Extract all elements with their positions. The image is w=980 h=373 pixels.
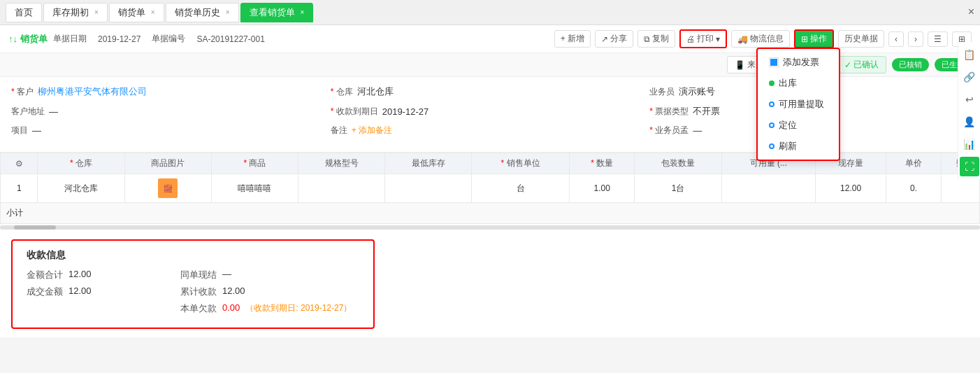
sidebar-icon-expand[interactable]: ⛶ <box>960 157 979 176</box>
row-product-img: 🧱 <box>124 174 211 203</box>
history-button[interactable]: 历史单据 <box>838 30 884 48</box>
dropdown-outbound[interactable]: 出库 <box>758 73 839 94</box>
outstanding-item: 本单欠款 0.00 （收款到期日: 2019-12-27） <box>180 302 352 315</box>
customer-field: 客户 柳州粤港平安气体有限公司 <box>11 85 319 98</box>
circle-icon <box>769 101 774 107</box>
sidebar-icon-4[interactable]: 👤 <box>960 112 979 132</box>
operate-button[interactable]: ⊞ 操作 <box>794 29 834 48</box>
deal-amount-label: 成交金额 <box>27 286 63 298</box>
col-pkg-qty: 包装数量 <box>635 153 721 174</box>
row-product-name: 嘻嘻嘻嘻 <box>211 174 298 203</box>
next-button[interactable]: › <box>908 31 923 47</box>
payment-date-label: 收款到期日 <box>331 106 378 118</box>
print-button[interactable]: 🖨 打印 ▾ <box>679 29 727 48</box>
col-unit: * 销售单位 <box>472 153 569 174</box>
ticket-type-label: 票据类型 <box>649 106 689 118</box>
tab-sales-history[interactable]: 销货单历史 × <box>166 3 239 22</box>
subtotal-label: 小计 <box>1 203 980 224</box>
doc-type-text: 销货单 <box>20 33 48 45</box>
col-gear[interactable]: ⚙ <box>1 153 38 174</box>
project-label: 项目 <box>11 125 28 136</box>
product-table-wrapper: ⚙ * 仓库 商品图片 * 商品 规格型号 最低库存 * 销售单位 * 数量 包… <box>0 153 980 231</box>
subtotal-row: 小计 <box>1 203 980 224</box>
row-stock: 12.00 <box>816 174 886 203</box>
outstanding-extra: （收款到期日: 2019-12-27） <box>245 302 352 315</box>
dropdown-arrow-icon: ▾ <box>716 34 720 44</box>
bottom-section: 收款信息 金额合计 12.00 同单现结 — 成交金额 12.00 累计收款 <box>0 231 980 337</box>
new-button[interactable]: + 新增 <box>554 30 591 48</box>
list-view-button[interactable]: ☰ <box>928 31 948 47</box>
doc-info: 单据日期 2019-12-27 单据编号 SA-20191227-001 <box>53 33 271 45</box>
product-table: ⚙ * 仓库 商品图片 * 商品 规格型号 最低库存 * 销售单位 * 数量 包… <box>0 153 980 224</box>
truck-icon: 🚚 <box>737 34 748 44</box>
same-order-settlement-value: — <box>222 269 231 281</box>
deal-amount-item: 成交金额 12.00 <box>27 286 152 298</box>
sidebar-icon-3[interactable]: ↩ <box>960 90 979 109</box>
date-value: 2019-12-27 <box>98 34 140 44</box>
row-spec <box>298 174 385 203</box>
dropdown-add-invoice[interactable]: 添加发票 <box>758 52 839 73</box>
close-icon[interactable]: × <box>226 8 230 16</box>
col-qty: * 数量 <box>569 153 635 174</box>
operate-dropdown: 添加发票 出库 可用量提取 定位 刷新 <box>756 48 840 161</box>
close-icon[interactable]: × <box>151 8 155 16</box>
gear-icon[interactable]: ⚙ <box>15 159 23 169</box>
copy-button[interactable]: ⧉ 复制 <box>637 30 675 48</box>
same-order-settlement-item: 同单现结 — <box>180 269 306 281</box>
address-value: — <box>49 106 58 117</box>
tab-home[interactable]: 首页 <box>6 3 42 22</box>
dropdown-available-qty[interactable]: 可用量提取 <box>758 94 839 115</box>
note-field: 备注 添加备注 <box>331 125 639 136</box>
project-field: 项目 — <box>11 125 319 136</box>
warehouse-value: 河北仓库 <box>357 85 394 98</box>
tab-view-sales-order[interactable]: 查看销货单 × <box>240 3 314 22</box>
col-price: 单价 <box>886 153 941 174</box>
tab-inventory-init[interactable]: 库存期初 × <box>43 3 108 22</box>
sidebar-icon-2[interactable]: 🔗 <box>960 67 979 87</box>
copy-icon: ⧉ <box>644 34 650 44</box>
tab-bar: 首页 库存期初 × 销货单 × 销货单历史 × 查看销货单 × × <box>0 0 980 25</box>
toolbar-right: + 新增 ↗ 分享 ⧉ 复制 🖨 打印 ▾ 🚚 物流信息 ⊞ 操作 <box>554 29 972 48</box>
sidebar-icon-1[interactable]: 📋 <box>960 45 979 64</box>
cancelled-button[interactable]: 已核销 <box>892 58 929 71</box>
row-unit: 台 <box>472 174 569 203</box>
dropdown-refresh[interactable]: 刷新 <box>758 136 839 157</box>
row-available <box>721 174 815 203</box>
share-button[interactable]: ↗ 分享 <box>595 30 633 48</box>
close-icon[interactable]: × <box>301 8 305 16</box>
invoice-icon <box>769 57 779 67</box>
cumulative-payment-item: 累计收款 12.00 <box>180 286 306 298</box>
product-image: 🧱 <box>158 178 178 198</box>
grid-icon: ⊞ <box>801 34 808 44</box>
date-label: 单据日期 <box>53 33 87 45</box>
payment-date-value: 2019-12-27 <box>382 106 429 117</box>
cumulative-payment-label: 累计收款 <box>180 286 217 298</box>
right-sidebar: 📋 🔗 ↩ 👤 📊 ⛶ <box>958 42 980 179</box>
staff-label: 业务员孟 <box>649 125 689 136</box>
salesperson-label: 业务员 <box>649 86 675 98</box>
ticket-type-value: 不开票 <box>693 105 720 118</box>
row-price: 0. <box>886 174 941 203</box>
sidebar-icon-5[interactable]: 📊 <box>960 134 979 154</box>
add-note-button[interactable]: 添加备注 <box>352 125 392 136</box>
warehouse-label: 仓库 <box>331 86 353 98</box>
share-icon: ↗ <box>601 34 608 44</box>
close-icon[interactable]: × <box>94 8 99 16</box>
prev-button[interactable]: ‹ <box>888 31 904 47</box>
print-icon: 🖨 <box>686 34 695 44</box>
doc-type-label: ↑↓ 销货单 <box>8 33 48 45</box>
col-spec: 规格型号 <box>298 153 385 174</box>
dropdown-locate[interactable]: 定位 <box>758 115 839 136</box>
logistics-button[interactable]: 🚚 物流信息 <box>731 30 790 48</box>
row-qty: 1.00 <box>569 174 635 203</box>
total-amount-item: 金额合计 12.00 <box>27 269 152 281</box>
tab-sales-order[interactable]: 销货单 × <box>109 3 164 22</box>
confirmed-button[interactable]: ✓ 已确认 <box>837 56 886 73</box>
row-warehouse: 河北仓库 <box>38 174 124 203</box>
spacer-item <box>27 302 152 315</box>
payment-date-field: 收款到期日 2019-12-27 <box>331 106 639 118</box>
customer-value[interactable]: 柳州粤港平安气体有限公司 <box>38 85 147 98</box>
number-label: 单据编号 <box>152 33 185 45</box>
col-product-img: 商品图片 <box>124 153 211 174</box>
window-close-button[interactable]: × <box>968 6 974 18</box>
